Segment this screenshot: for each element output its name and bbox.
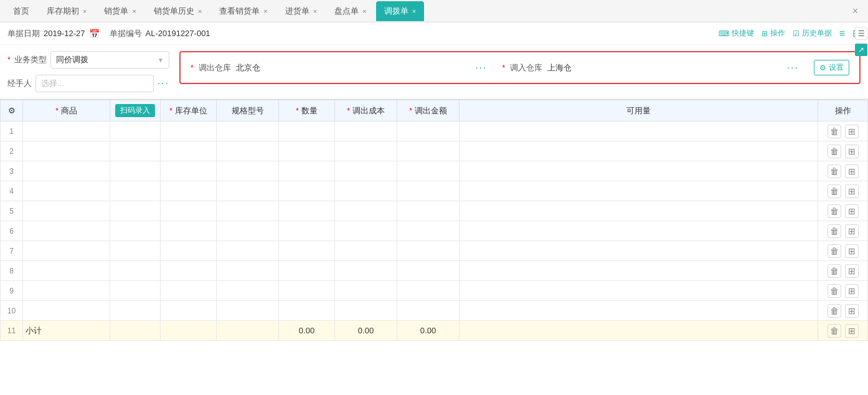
- row-copy-button[interactable]: ⊞: [845, 224, 859, 238]
- tab-home[interactable]: 首页: [5, 1, 37, 21]
- row-quantity-cell: [279, 221, 335, 241]
- row-delete-button[interactable]: 🗑: [828, 164, 841, 178]
- shortcuts-label: 快捷键: [732, 28, 754, 39]
- row-num-cell: 6: [1, 221, 23, 241]
- sidebar-list-icon[interactable]: ☰: [855, 27, 867, 40]
- business-type-field: * 业务类型 同价调拨 ▼: [7, 51, 169, 69]
- row-delete-button[interactable]: 🗑: [828, 145, 841, 158]
- settings-button[interactable]: ⚙ 设置: [814, 60, 849, 75]
- table-row: 6 🗑 ⊞: [1, 221, 868, 241]
- calendar-icon[interactable]: 📅: [89, 29, 100, 39]
- row-delete-button[interactable]: 🗑: [828, 264, 841, 278]
- col-gear[interactable]: ⚙: [1, 100, 23, 121]
- row-cost-cell: [335, 261, 397, 281]
- tab-purchase-order-close[interactable]: ×: [313, 7, 317, 15]
- row-cost-cell: [335, 281, 397, 301]
- tab-sales-order[interactable]: 销货单 ×: [96, 1, 144, 21]
- tab-view-sales-close[interactable]: ×: [263, 7, 267, 15]
- tab-inventory-count[interactable]: 盘点单 ×: [326, 1, 374, 21]
- subtotal-empty3: [217, 321, 279, 341]
- row-delete-button[interactable]: 🗑: [828, 284, 841, 298]
- row-copy-button[interactable]: ⊞: [845, 284, 859, 298]
- row-product-cell[interactable]: [23, 241, 110, 261]
- tab-view-sales[interactable]: 查看销货单 ×: [211, 1, 275, 21]
- row-delete-button[interactable]: 🗑: [828, 184, 841, 198]
- out-warehouse-value[interactable]: 北京仓: [236, 62, 260, 74]
- col-product: * 商品: [23, 100, 110, 121]
- sidebar-export-icon[interactable]: ↗: [855, 44, 867, 56]
- row-available-cell: [460, 261, 818, 281]
- tab-purchase-order[interactable]: 进货单 ×: [277, 1, 325, 21]
- date-label: 单据日期: [7, 28, 40, 39]
- row-num-cell: 8: [1, 261, 23, 281]
- handler-selector[interactable]: 选择...: [35, 75, 154, 92]
- date-value[interactable]: 2019-12-27: [44, 29, 85, 38]
- row-copy-button[interactable]: ⊞: [845, 324, 859, 338]
- table-container: ⚙ * 商品 扫码录入 * 库存单位 规格型号: [0, 99, 868, 395]
- row-product-cell[interactable]: [23, 181, 110, 201]
- row-amount-cell: [397, 261, 460, 281]
- row-copy-button[interactable]: ⊞: [845, 244, 859, 258]
- tab-sales-order-close[interactable]: ×: [132, 7, 136, 15]
- tab-inventory-init-close[interactable]: ×: [83, 7, 87, 15]
- row-scan-cell: [110, 221, 161, 241]
- row-unit-cell: [161, 121, 217, 141]
- row-unit-cell: [161, 161, 217, 181]
- row-product-cell[interactable]: [23, 221, 110, 241]
- row-copy-button[interactable]: ⊞: [845, 304, 859, 318]
- row-product-cell[interactable]: [23, 121, 110, 141]
- table-row: 3 🗑 ⊞: [1, 161, 868, 181]
- tab-sales-history-close[interactable]: ×: [198, 7, 202, 15]
- row-delete-button[interactable]: 🗑: [828, 224, 841, 238]
- in-warehouse-value[interactable]: 上海仓: [547, 62, 572, 74]
- row-scan-cell: [110, 181, 161, 201]
- row-product-cell[interactable]: [23, 301, 110, 321]
- tab-transfer-order-close[interactable]: ×: [412, 7, 416, 15]
- row-product-cell[interactable]: [23, 201, 110, 221]
- tab-inventory-init[interactable]: 库存期初 ×: [39, 1, 95, 21]
- row-product-cell[interactable]: [23, 261, 110, 281]
- handler-more-button[interactable]: ···: [158, 78, 169, 89]
- row-product-cell[interactable]: [23, 281, 110, 301]
- history-button[interactable]: ☑ 历史单据: [793, 28, 832, 39]
- list-view-button[interactable]: ≡: [839, 28, 845, 39]
- row-delete-button[interactable]: 🗑: [828, 244, 841, 258]
- scan-button[interactable]: 扫码录入: [115, 104, 155, 117]
- row-quantity-cell: [279, 141, 335, 161]
- row-delete-button[interactable]: 🗑: [828, 204, 841, 218]
- tab-transfer-order[interactable]: 调拨单 ×: [376, 1, 424, 21]
- row-available-cell: [460, 181, 818, 201]
- business-type-selector[interactable]: 同价调拨 ▼: [50, 51, 169, 69]
- row-product-cell[interactable]: [23, 141, 110, 161]
- out-warehouse-more-button[interactable]: ···: [475, 62, 487, 74]
- row-delete-button[interactable]: 🗑: [828, 324, 841, 338]
- row-product-cell[interactable]: [23, 161, 110, 181]
- tab-inventory-count-close[interactable]: ×: [362, 7, 366, 15]
- row-action-cell: 🗑 ⊞: [818, 141, 868, 161]
- row-copy-button[interactable]: ⊞: [845, 204, 859, 218]
- row-copy-button[interactable]: ⊞: [845, 164, 859, 178]
- window-close-button[interactable]: ×: [847, 6, 863, 17]
- shortcuts-button[interactable]: ⌨ 快捷键: [719, 28, 754, 39]
- row-delete-button[interactable]: 🗑: [828, 304, 841, 318]
- operations-button[interactable]: ⊞ 操作: [762, 28, 785, 39]
- row-copy-button[interactable]: ⊞: [845, 264, 859, 278]
- row-num-cell: 7: [1, 241, 23, 261]
- subtotal-empty1: [110, 321, 161, 341]
- tab-inventory-count-label: 盘点单: [334, 6, 359, 17]
- row-unit-cell: [161, 221, 217, 241]
- col-amount: * 调出金额: [397, 100, 460, 121]
- row-num-cell: 9: [1, 281, 23, 301]
- operations-label: 操作: [770, 28, 785, 39]
- form-area: * 业务类型 同价调拨 ▼ 经手人 选择... ··· * 调出仓库 北京仓: [0, 45, 868, 99]
- in-warehouse-more-button[interactable]: ···: [787, 62, 799, 74]
- row-copy-button[interactable]: ⊞: [845, 184, 859, 198]
- tab-sales-history[interactable]: 销货单历史 ×: [146, 1, 210, 21]
- row-copy-button[interactable]: ⊞: [845, 145, 859, 158]
- row-delete-button[interactable]: 🗑: [828, 125, 841, 138]
- number-field: 单据编号 AL-20191227-001: [110, 28, 210, 39]
- row-copy-button[interactable]: ⊞: [845, 125, 859, 138]
- row-spec-cell: [217, 281, 279, 301]
- row-amount-cell: [397, 181, 460, 201]
- business-type-label: 业务类型: [14, 54, 47, 65]
